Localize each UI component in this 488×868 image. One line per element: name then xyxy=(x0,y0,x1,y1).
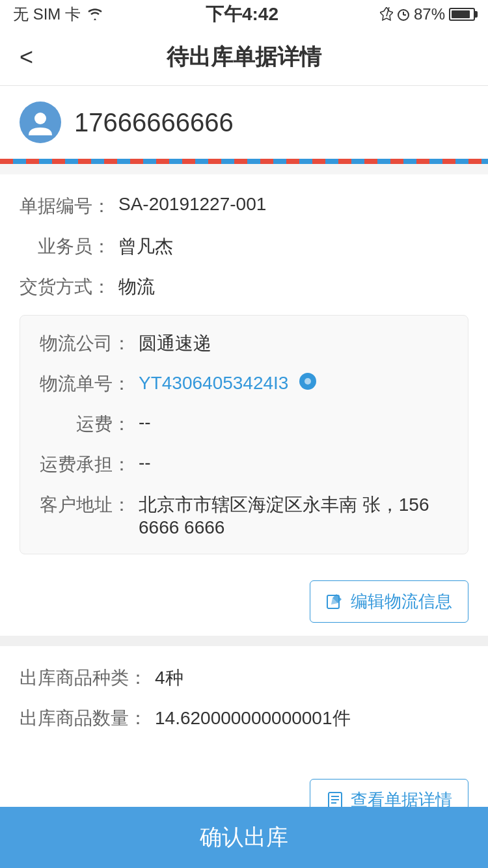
customer-header: 17666666666 xyxy=(0,86,488,159)
freight-bearer-label: 运费承担： xyxy=(40,452,131,477)
status-right: 87% xyxy=(380,5,475,23)
freight-label: 运费： xyxy=(40,412,131,437)
goods-section: 出库商品种类： 4种 出库商品数量： 14.620000000000001件 xyxy=(0,646,488,766)
back-button[interactable]: < xyxy=(20,44,33,71)
company-value: 圆通速递 xyxy=(131,331,448,356)
svg-point-4 xyxy=(34,113,46,124)
address-value: 北京市市辖区海淀区永丰南 张，156 6666 6666 xyxy=(131,493,448,538)
page-title: 待出库单据详情 xyxy=(167,42,321,72)
salesman-label: 业务员： xyxy=(20,234,111,259)
delivery-label: 交货方式： xyxy=(20,275,111,299)
company-label: 物流公司： xyxy=(40,331,131,356)
goods-quantity-row: 出库商品数量： 14.620000000000001件 xyxy=(20,706,468,731)
wifi-icon xyxy=(86,8,104,21)
order-info-section: 单据编号： SA-20191227-001 业务员： 曾凡杰 交货方式： 物流 … xyxy=(0,174,488,567)
delivery-value: 物流 xyxy=(111,275,468,299)
order-no-label: 单据编号： xyxy=(20,194,111,219)
location-status-icon xyxy=(380,7,393,21)
logistics-card: 物流公司： 圆通速递 物流单号： YT43064053424I3 运费： -- … xyxy=(20,315,468,554)
confirm-button[interactable]: 确认出库 xyxy=(16,822,472,852)
tracking-label: 物流单号： xyxy=(40,372,131,396)
goods-type-label: 出库商品种类： xyxy=(20,666,147,690)
company-row: 物流公司： 圆通速递 xyxy=(40,331,448,356)
customer-phone: 17666666666 xyxy=(74,108,234,137)
tracking-value: YT43064053424I3 xyxy=(131,372,448,395)
goods-quantity-value: 14.620000000000001件 xyxy=(147,706,468,731)
freight-bearer-value: -- xyxy=(131,452,448,473)
battery-icon xyxy=(449,8,475,21)
salesman-value: 曾凡杰 xyxy=(111,234,468,259)
order-no-value: SA-20191227-001 xyxy=(111,194,468,215)
confirm-button-wrap: 确认出库 xyxy=(0,807,488,868)
battery-percent: 87% xyxy=(414,5,445,23)
delivery-row: 交货方式： 物流 xyxy=(20,275,468,299)
goods-type-value: 4种 xyxy=(147,666,468,690)
map-pin-icon[interactable] xyxy=(296,372,319,395)
avatar xyxy=(20,102,61,143)
status-left: 无 SIM 卡 xyxy=(13,4,104,25)
goods-type-row: 出库商品种类： 4种 xyxy=(20,666,468,690)
section-divider xyxy=(0,636,488,646)
freight-bearer-row: 运费承担： -- xyxy=(40,452,448,477)
edit-logistics-row: 编辑物流信息 xyxy=(0,567,488,636)
nav-bar: < 待出库单据详情 xyxy=(0,29,488,86)
freight-value: -- xyxy=(131,412,448,433)
salesman-row: 业务员： 曾凡杰 xyxy=(20,234,468,259)
tracking-row: 物流单号： YT43064053424I3 xyxy=(40,372,448,396)
freight-row: 运费： -- xyxy=(40,412,448,437)
user-icon xyxy=(27,109,53,135)
status-bar: 无 SIM 卡 下午4:42 87% xyxy=(0,0,488,29)
edit-icon xyxy=(326,593,344,611)
carrier-text: 无 SIM 卡 xyxy=(13,4,81,25)
status-time: 下午4:42 xyxy=(206,2,278,27)
address-row: 客户地址： 北京市市辖区海淀区永丰南 张，156 6666 6666 xyxy=(40,493,448,538)
goods-quantity-label: 出库商品数量： xyxy=(20,706,147,731)
order-no-row: 单据编号： SA-20191227-001 xyxy=(20,194,468,219)
dashed-divider xyxy=(0,159,488,164)
address-label: 客户地址： xyxy=(40,493,131,517)
edit-logistics-button[interactable]: 编辑物流信息 xyxy=(310,580,468,623)
alarm-icon xyxy=(397,7,410,21)
